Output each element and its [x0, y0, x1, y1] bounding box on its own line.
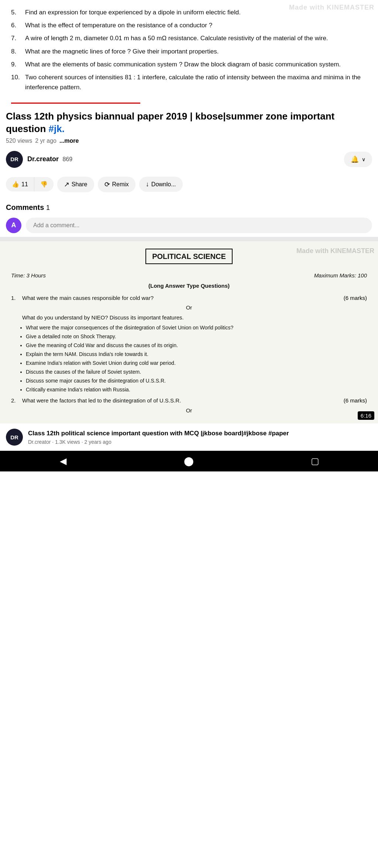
- pol-q1-or: Or: [11, 304, 367, 312]
- list-item: Examine India's relation with Soviet Uni…: [26, 359, 367, 367]
- comment-input[interactable]: [26, 218, 372, 233]
- download-label: Downlo...: [151, 181, 176, 188]
- thumbs-up-icon: 👍: [12, 181, 19, 188]
- comment-input-row: A: [6, 218, 372, 233]
- q8-num: 8.: [11, 46, 25, 56]
- pol-bullet-list: What were the major consequences of the …: [26, 324, 367, 394]
- pol-q2-marks: (6 marks): [337, 397, 367, 405]
- list-item: Discuss some major causes for the disint…: [26, 377, 367, 385]
- pol-q1-text: What were the main causes responsible fo…: [22, 294, 337, 302]
- list-item: Critically examine India's relation with…: [26, 386, 367, 394]
- bottom-video-age: 2 years ago: [85, 439, 111, 445]
- video-duration: 6:16: [358, 411, 374, 420]
- home-icon: ⬤: [184, 456, 194, 466]
- comments-section: Comments 1 A: [0, 197, 378, 237]
- subscribe-button[interactable]: 🔔 ∨: [344, 152, 372, 167]
- q7-num: 7.: [11, 33, 25, 43]
- channel-row: DR Dr.creator 869 🔔 ∨: [0, 146, 378, 173]
- share-icon: ↗: [64, 180, 69, 189]
- download-icon: ↓: [146, 180, 149, 188]
- channel-info: Dr.creator 869: [27, 155, 72, 163]
- like-dislike-button[interactable]: 👍 11 👎: [6, 177, 54, 191]
- video-meta: 520 views 2 yr ago ...more: [6, 138, 372, 144]
- list-item: Discuss the causes of the failure of Sov…: [26, 368, 367, 376]
- bell-icon: 🔔: [351, 155, 359, 163]
- question-10: 10. Two coherent sources of intensities …: [11, 72, 367, 92]
- q8-text: What are the magnetic lines of force ? G…: [25, 46, 367, 56]
- pol-max-marks: Maximum Marks: 100: [314, 272, 367, 280]
- view-count: 520 views: [6, 138, 32, 144]
- chevron-down-icon: ∨: [362, 156, 365, 162]
- pol-q2-num: 2.: [11, 397, 22, 405]
- subscriber-count: 869: [63, 156, 73, 162]
- bottom-video-meta: Dr.creator · 1.3K views · 2 years ago: [28, 439, 372, 445]
- question-8: 8. What are the magnetic lines of force …: [11, 46, 367, 56]
- question-9: 9. What are the elements of basic commun…: [11, 59, 367, 69]
- q10-text: Two coherent sources of intensities 81 :…: [25, 72, 367, 92]
- like-button[interactable]: 👍 11: [6, 177, 34, 191]
- thumbnail-image[interactable]: Made with KINEMASTER POLITICAL SCIENCE T…: [0, 241, 378, 424]
- comments-count: 1: [46, 204, 50, 211]
- video-title-section: Class 12th physics biannual paper 2019 |…: [0, 104, 378, 146]
- q7-text: A wire of length 2 m, diameter 0.01 m ha…: [25, 33, 367, 43]
- dislike-button[interactable]: 👎: [34, 177, 54, 191]
- q5-num: 5.: [11, 7, 25, 17]
- list-item: Give the meaning of Cold War and discuss…: [26, 342, 367, 349]
- question-7: 7. A wire of length 2 m, diameter 0.01 m…: [11, 33, 367, 43]
- exam-questions: 5. Find an expression for torque experie…: [11, 7, 367, 92]
- pol-q2-or: Or: [11, 407, 367, 415]
- pol-q1-marks: (6 marks): [337, 294, 367, 302]
- question-6: 6. What is the effect of temperature on …: [11, 20, 367, 30]
- pol-subheader: (Long Answer Type Questions): [11, 282, 367, 290]
- bottom-channel-name: Dr.creator: [28, 439, 51, 445]
- share-button[interactable]: ↗ Share: [57, 177, 94, 192]
- exam-paper-section: Made with KINEMASTER 5. Find an expressi…: [0, 0, 378, 99]
- q10-num: 10.: [11, 72, 25, 92]
- download-button[interactable]: ↓ Downlo...: [139, 177, 183, 192]
- bottom-video-info: Class 12th political science important q…: [28, 429, 372, 445]
- more-button[interactable]: ...more: [59, 138, 79, 144]
- pol-q2-row: 2. What were the factors that led to the…: [11, 397, 367, 405]
- thumbs-down-icon: 👎: [40, 181, 48, 188]
- pol-header-row: Time: 3 Hours Maximum Marks: 100: [11, 272, 367, 280]
- channel-left: DR Dr.creator 869: [6, 151, 72, 168]
- bottom-video-card[interactable]: DR Class 12th political science importan…: [0, 423, 378, 451]
- bottom-channel-avatar: DR: [6, 429, 23, 446]
- q6-num: 6.: [11, 20, 25, 30]
- action-buttons-row: 👍 11 👎 ↗ Share ⟳ Remix ↓ Downlo...: [0, 173, 378, 197]
- navigation-bar: ◀ ⬤ ▢: [0, 451, 378, 471]
- q6-text: What is the effect of temperature on the…: [25, 20, 367, 30]
- user-avatar: A: [6, 218, 21, 233]
- pol-q1-row: 1. What were the main causes responsible…: [11, 294, 367, 302]
- share-label: Share: [72, 181, 87, 188]
- video-age: 2 yr ago: [35, 138, 56, 144]
- back-icon: ◀: [60, 456, 66, 466]
- channel-name[interactable]: Dr.creator: [27, 155, 59, 163]
- bottom-video-title: Class 12th political science important q…: [28, 429, 372, 438]
- channel-avatar[interactable]: DR: [6, 151, 23, 168]
- like-count: 11: [21, 181, 28, 188]
- video-title: Class 12th physics biannual paper 2019 |…: [6, 110, 372, 135]
- section-divider: [0, 237, 378, 241]
- pol-time: Time: 3 Hours: [11, 272, 46, 280]
- q9-text: What are the elements of basic communica…: [25, 59, 367, 69]
- remix-label: Remix: [112, 181, 129, 188]
- nav-back-button[interactable]: ◀: [52, 454, 74, 468]
- comments-header: Comments 1: [6, 203, 372, 212]
- nav-home-button[interactable]: ⬤: [178, 454, 200, 468]
- remix-button[interactable]: ⟳ Remix: [98, 177, 135, 192]
- square-icon: ▢: [311, 456, 319, 466]
- thumbnail-watermark: Made with KINEMASTER: [296, 247, 374, 255]
- list-item: What were the major consequences of the …: [26, 324, 367, 332]
- remix-icon: ⟳: [104, 180, 110, 189]
- pol-q2-text: What were the factors that led to the di…: [22, 397, 337, 405]
- list-item: Give a detailed note on Shock Therapy.: [26, 333, 367, 340]
- q9-num: 9.: [11, 59, 25, 69]
- pol-paper-title: POLITICAL SCIENCE: [145, 249, 233, 264]
- watermark: Made with KINEMASTER: [289, 4, 374, 11]
- list-item: Explain the term NAM. Discuss India's ro…: [26, 350, 367, 358]
- pol-paper-content: POLITICAL SCIENCE Time: 3 Hours Maximum …: [0, 241, 378, 424]
- nav-recents-button[interactable]: ▢: [304, 454, 326, 468]
- political-science-thumbnail: Made with KINEMASTER POLITICAL SCIENCE T…: [0, 241, 378, 424]
- pol-q1-num: 1.: [11, 294, 22, 302]
